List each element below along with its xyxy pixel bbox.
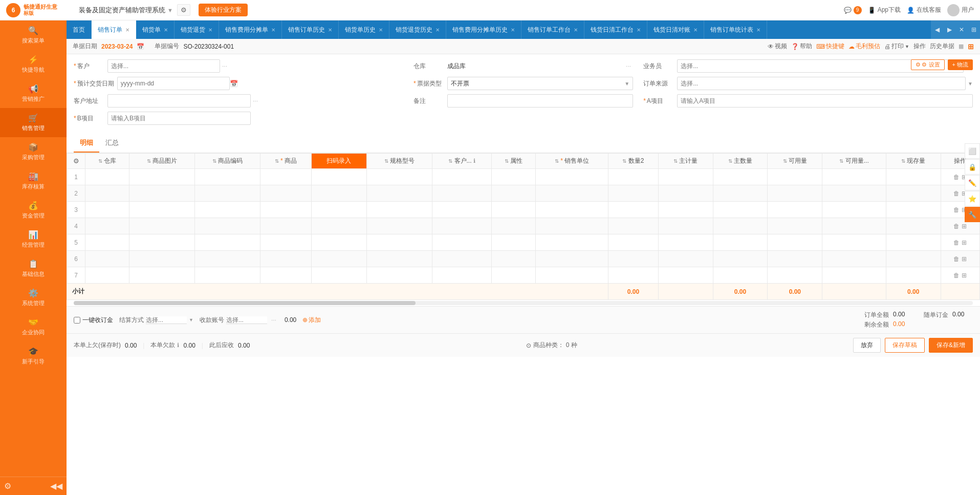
sidebar-item-system[interactable]: ⚙️ 系统管理 [0,283,67,312]
calendar-icon[interactable]: 📅 [137,43,144,50]
view-btn[interactable]: 👁 视频 [768,42,787,51]
table-data-cell[interactable] [658,218,713,234]
scrollbar-thumb[interactable] [74,301,416,305]
table-data-cell[interactable] [822,267,886,284]
notes-input[interactable] [447,94,633,107]
table-data-cell[interactable] [311,169,366,185]
table-data-cell[interactable] [713,251,768,267]
table-data-cell[interactable] [608,202,658,218]
table-data-cell[interactable] [768,267,822,284]
table-data-cell[interactable] [492,251,536,267]
sort-warehouse-icon[interactable]: ⇅ [98,158,102,164]
tab-daily-clear[interactable]: 钱货日清工作台 ✕ [584,20,647,39]
sidebar-item-guide[interactable]: 🎓 新手引导 [0,341,67,371]
table-data-cell[interactable] [822,251,886,267]
sort-main-qty-icon[interactable]: ⇅ [728,158,732,164]
tab-close-sales-history[interactable]: ✕ [328,27,332,33]
table-data-cell[interactable] [886,218,941,234]
table-data-cell[interactable] [194,234,260,251]
table-data-cell[interactable] [886,267,941,284]
table-data-cell[interactable] [311,202,366,218]
payment-method-input[interactable] [146,316,187,324]
sort-spec-icon[interactable]: ⇅ [384,158,388,164]
table-data-cell[interactable] [886,169,941,185]
tab-return-history[interactable]: 销货退货历史 ✕ [389,20,446,39]
table-data-cell[interactable] [194,185,260,202]
table-data-cell[interactable] [260,218,311,234]
col-settings-header[interactable]: ⚙ [67,154,85,169]
one-key-checkbox-label[interactable]: 一键收订金 [74,316,113,325]
table-data-cell[interactable] [713,267,768,284]
delivery-calendar-icon[interactable]: 📅 [230,80,238,88]
table-data-cell[interactable] [260,185,311,202]
print-btn[interactable]: 🖨 打印 ▼ [884,42,909,51]
table-data-cell[interactable] [608,267,658,284]
table-data-cell[interactable] [432,234,491,251]
help-btn[interactable]: ❓ 帮助 [791,42,812,51]
table-data-cell[interactable] [260,234,311,251]
message-icon[interactable]: 💬 9 [844,6,862,14]
invoice-select[interactable]: 不开票 ▼ [447,77,633,90]
tab-close-cost-history[interactable]: ✕ [511,27,515,33]
table-data-cell[interactable] [432,169,491,185]
table-data-cell[interactable] [194,169,260,185]
table-data-cell[interactable] [85,202,129,218]
table-data-cell[interactable] [492,185,536,202]
table-data-cell[interactable] [535,169,608,185]
table-data-cell[interactable] [822,234,886,251]
add-goods-btn[interactable]: + 物流 [948,59,973,70]
tab-close-statistics[interactable]: ✕ [756,27,760,33]
tab-cost-history[interactable]: 销售费用分摊单历史 ✕ [446,20,521,39]
table-data-cell[interactable] [129,267,194,284]
table-data-cell[interactable] [768,251,822,267]
table-data-cell[interactable] [129,218,194,234]
one-key-checkbox[interactable] [74,317,80,324]
expand-icon[interactable]: ⊞ [968,42,974,51]
customer-input[interactable] [107,59,220,73]
tab-goods-history[interactable]: 销货单历史 ✕ [339,20,389,39]
table-data-cell[interactable] [311,267,366,284]
account-more-icon[interactable]: ··· [269,316,278,324]
table-data-cell[interactable] [366,234,432,251]
table-data-cell[interactable] [713,234,768,251]
table-data-cell[interactable] [492,267,536,284]
sort-attr-icon[interactable]: ⇅ [505,158,509,164]
tab-sales-return[interactable]: 销货退货 ✕ [175,20,219,39]
table-data-cell[interactable] [822,169,886,185]
table-data-cell[interactable] [658,169,713,185]
delivery-input[interactable] [117,77,230,90]
app-download-link[interactable]: 📱 App下载 [868,6,901,14]
sidebar-item-operations[interactable]: 📊 经营管理 [0,225,67,254]
nav-prev-btn[interactable]: ◀ [931,20,943,39]
tab-close-sales-cost[interactable]: ✕ [271,27,275,33]
sort-available2-icon[interactable]: ⇅ [839,158,843,164]
address-input[interactable] [107,94,251,107]
discard-button[interactable]: 放弃 [853,338,881,353]
tab-close-sales-order[interactable]: ✕ [125,27,129,33]
settings-action-btn[interactable]: ⚙ ⚙ 设置 [911,59,944,70]
table-data-cell[interactable] [311,234,366,251]
sidebar-item-quicknav[interactable]: ⚡ 快捷导航 [0,50,67,79]
table-data-cell[interactable] [822,202,886,218]
operation-btn[interactable]: 操作 [913,42,926,51]
sort-product-icon[interactable]: ⇅ [275,158,279,164]
table-data-cell[interactable] [194,251,260,267]
nav-menu-btn[interactable]: ⊞ [968,20,980,39]
table-data-cell[interactable] [85,218,129,234]
table-data-cell[interactable] [492,169,536,185]
table-data-cell[interactable] [658,234,713,251]
table-data-cell[interactable] [492,218,536,234]
layout-icon[interactable]: ▦ [959,43,964,50]
table-data-cell[interactable] [886,202,941,218]
tab-statistics[interactable]: 销售订单统计表 ✕ [704,20,767,39]
table-data-cell[interactable] [535,234,608,251]
row-copy-icon[interactable]: ⊞ [962,272,967,279]
sidebar-settings-icon[interactable]: ⚙ [4,481,11,491]
table-data-cell[interactable] [535,202,608,218]
row-copy-icon[interactable]: ⊞ [962,223,967,230]
right-panel-icon-3[interactable]: ✏️ [965,175,980,190]
table-data-cell[interactable] [85,169,129,185]
customer-more-icon[interactable]: ··· [220,62,229,70]
online-service-link[interactable]: 👤 在线客服 [907,6,941,14]
sort-image-icon[interactable]: ⇅ [147,158,151,164]
